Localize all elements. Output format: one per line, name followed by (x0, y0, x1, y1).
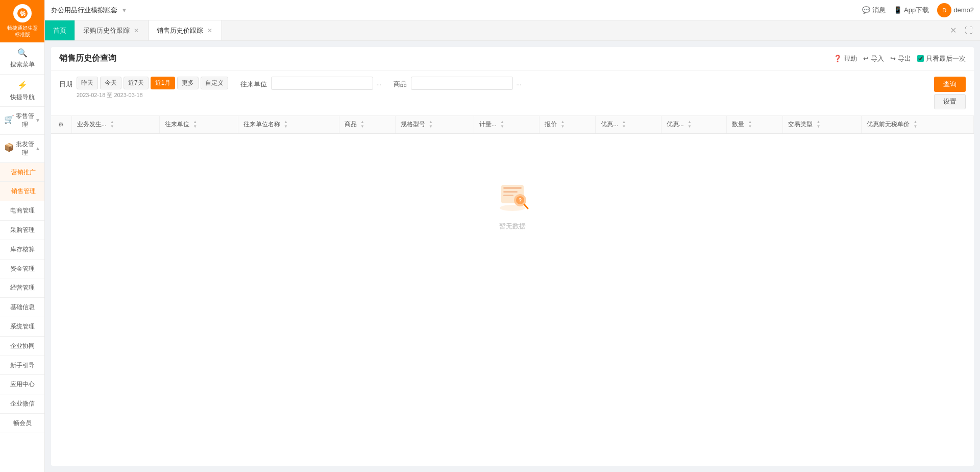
column-pre-tax-price[interactable]: 优惠前无税单价 ▲▼ (862, 116, 974, 133)
sidebar-item-label: 搜索菜单 (10, 60, 35, 69)
custom-btn[interactable]: 自定义 (201, 77, 228, 89)
sidebar-item-enterprise-wechat[interactable]: 企业微信 (0, 394, 44, 414)
maximize-button[interactable]: ⛶ (962, 25, 976, 36)
import-button[interactable]: ↩ 导入 (863, 54, 884, 63)
sidebar-item-finance-mgmt[interactable]: 资金管理 (0, 259, 44, 279)
sidebar-item-label: 新手引导 (10, 361, 35, 370)
svg-text:畅: 畅 (19, 10, 25, 16)
tab-purchase-history[interactable]: 采购历史价跟踪 ✕ (75, 20, 149, 40)
date-label: 日期 (59, 77, 72, 89)
column-counterpart-code[interactable]: 往来单位 ▲▼ (159, 116, 238, 133)
sidebar-item-retail-mgmt[interactable]: 🛒 零售管理 ▼ (0, 107, 44, 135)
column-trade-type[interactable]: 交易类型 ▲▼ (783, 116, 862, 133)
sidebar-item-ops-mgmt[interactable]: 经营管理 (0, 278, 44, 298)
column-gear[interactable]: ⚙ (51, 116, 71, 133)
export-label: 导出 (898, 54, 911, 63)
today-btn[interactable]: 今天 (100, 77, 121, 89)
sidebar-item-inventory[interactable]: 库存核算 (0, 240, 44, 259)
column-qty[interactable]: 数量 ▲▼ (727, 116, 783, 133)
only-last-checkbox-label[interactable]: 只看最后一次 (917, 54, 966, 63)
last7days-btn[interactable]: 近7天 (124, 77, 149, 89)
only-last-checkbox[interactable] (917, 55, 924, 62)
chevron-down-icon: ▼ (35, 117, 40, 124)
sidebar-item-quick-nav[interactable]: ⚡ 快捷导航 (0, 75, 44, 107)
column-biz-date[interactable]: 业务发生... ▲▼ (71, 116, 159, 133)
topbar-left: 办公用品行业模拟账套 ▼ (51, 6, 127, 15)
column-spec[interactable]: 规格型号 ▲▼ (395, 116, 474, 133)
goods-filter-group: 商品 ... (394, 77, 521, 90)
sidebar: 畅 畅捷通好生意 标准版 🔍 搜索菜单 ⚡ 快捷导航 🛒 零售管理 ▼ 📦 批发… (0, 0, 45, 472)
counterpart-label: 往来单位 (240, 77, 267, 89)
page-actions: ❓ 帮助 ↩ 导入 ↪ 导出 只看最后一次 (834, 54, 966, 63)
goods-ellipsis[interactable]: ... (516, 80, 521, 87)
column-quote[interactable]: 报价 ▲▼ (540, 116, 596, 133)
tab-sales-history[interactable]: 销售历史价跟踪 ✕ (149, 20, 222, 40)
query-button[interactable]: 查询 (934, 77, 966, 92)
help-button[interactable]: ❓ 帮助 (834, 54, 857, 63)
import-icon: ↩ (863, 55, 869, 62)
filter-row: 日期 昨天 今天 近7天 近1月 更多 自定义 2023-02-18 至 202… (51, 70, 974, 116)
close-tab-purchase-history[interactable]: ✕ (133, 27, 140, 34)
sidebar-item-search-menu[interactable]: 🔍 搜索菜单 (0, 42, 44, 75)
sidebar-item-sales-mgmt[interactable]: 销售管理 (0, 182, 44, 201)
sidebar-item-enterprise-collab[interactable]: 企业协同 (0, 337, 44, 356)
empty-text: 暂无数据 (499, 222, 526, 231)
yesterday-btn[interactable]: 昨天 (77, 77, 98, 89)
column-pre-tax-price-label: 优惠前无税单价 (867, 121, 910, 128)
column-unit[interactable]: 计量... ▲▼ (474, 116, 539, 133)
column-goods[interactable]: 商品 ▲▼ (339, 116, 395, 133)
content: 销售历史价查询 ❓ 帮助 ↩ 导入 ↪ 导出 (45, 41, 980, 472)
sidebar-item-label: 零售管理 (14, 112, 35, 129)
sidebar-item-newbie-guide[interactable]: 新手引导 (0, 356, 44, 375)
avatar: D (937, 3, 951, 17)
sidebar-item-basic-info[interactable]: 基础信息 (0, 298, 44, 317)
counterpart-ellipsis[interactable]: ... (376, 80, 381, 87)
column-discount2[interactable]: 优惠... ▲▼ (661, 116, 726, 133)
column-discount2-label: 优惠... (667, 121, 684, 128)
sort-icon: ▲▼ (622, 120, 626, 129)
sidebar-item-wholesale-mgmt[interactable]: 📦 批发管理 ▲ (0, 135, 44, 163)
data-table: ⚙ 业务发生... ▲▼ 往来单位 ▲▼ 往来单位名称 ▲ (51, 116, 974, 134)
sidebar-item-app-center[interactable]: 应用中心 (0, 375, 44, 394)
date-filter-group: 日期 昨天 今天 近7天 近1月 更多 自定义 2023-02-18 至 202… (59, 77, 228, 99)
help-label: 帮助 (844, 54, 857, 63)
column-discount1[interactable]: 优惠... ▲▼ (596, 116, 661, 133)
date-buttons: 昨天 今天 近7天 近1月 更多 自定义 (77, 77, 228, 89)
more-btn[interactable]: 更多 (177, 77, 199, 89)
logo-subtext: 标准版 (15, 31, 30, 38)
topbar-right: 💬 消息 📱 App下载 D demo2 (862, 3, 974, 17)
sidebar-item-system-mgmt[interactable]: 系统管理 (0, 317, 44, 337)
sidebar-item-label: 营销推广 (11, 168, 36, 177)
last1month-btn[interactable]: 近1月 (151, 77, 176, 89)
empty-icon: ? (492, 175, 533, 216)
sidebar-item-ecommerce-mgmt[interactable]: 电商管理 (0, 201, 44, 221)
sidebar-item-label: 库存核算 (10, 245, 35, 254)
dropdown-arrow-icon[interactable]: ▼ (121, 7, 127, 13)
app-download-button[interactable]: 📱 App下载 (894, 6, 929, 15)
svg-rect-5 (503, 191, 518, 193)
goods-label: 商品 (394, 77, 407, 89)
message-button[interactable]: 💬 消息 (862, 6, 886, 15)
sidebar-item-member[interactable]: 畅会员 (0, 414, 44, 433)
column-quote-label: 报价 (545, 121, 557, 128)
goods-input[interactable] (411, 77, 513, 90)
counterpart-input[interactable] (271, 77, 373, 90)
logo-icon: 畅 (13, 4, 32, 22)
empty-state: ? 暂无数据 (51, 134, 974, 272)
sort-icon: ▲▼ (360, 120, 364, 129)
settings-button[interactable]: 设置 (934, 94, 966, 109)
sidebar-item-marketing[interactable]: 营销推广 (0, 163, 44, 182)
sidebar-item-label: 企业微信 (10, 399, 35, 408)
sidebar-item-label: 电商管理 (10, 206, 35, 215)
user-menu[interactable]: D demo2 (937, 3, 974, 17)
tabbar: 首页 采购历史价跟踪 ✕ 销售历史价跟踪 ✕ ✕ ⛶ (45, 20, 980, 41)
export-button[interactable]: ↪ 导出 (890, 54, 911, 63)
column-spec-label: 规格型号 (401, 121, 425, 128)
sidebar-item-purchase-mgmt[interactable]: 采购管理 (0, 221, 44, 240)
close-tab-sales-history[interactable]: ✕ (206, 27, 213, 34)
tab-home[interactable]: 首页 (45, 20, 75, 40)
retail-icon: 🛒 (4, 114, 14, 125)
download-icon: 📱 (894, 6, 902, 14)
close-tab-button[interactable]: ✕ (947, 25, 960, 36)
column-counterpart-name[interactable]: 往来单位名称 ▲▼ (238, 116, 339, 133)
